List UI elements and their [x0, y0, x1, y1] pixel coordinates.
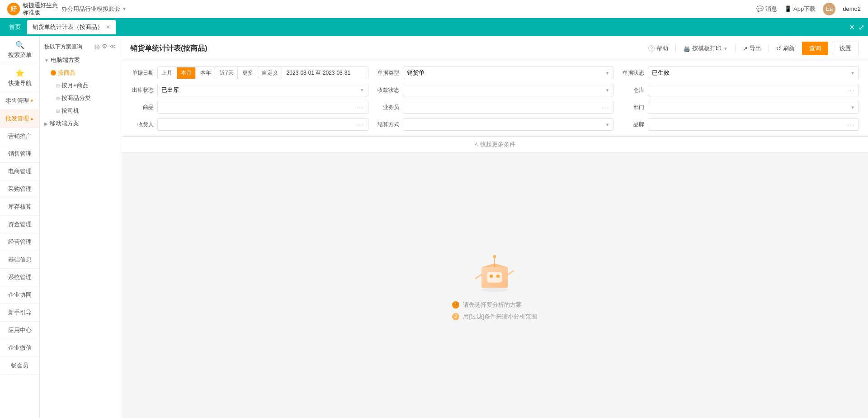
app-download-button[interactable]: 📱 App下载 [784, 5, 816, 13]
main-layout: 🔍 搜索菜单 ⭐ 快捷导航 零售管理 ▼ 批发管理 ▲ 营销推广 销售管理 电商… [0, 36, 868, 418]
sidebar-item-enterprise[interactable]: 企业协同 [0, 286, 39, 304]
close-tab-icon[interactable]: ✕ [106, 24, 110, 30]
filter-row-2: 出库状态 已出库 ▼ 收款状态 ▼ 仓库 [130, 84, 859, 96]
filter-paymentmethod-select[interactable]: ▼ [403, 118, 614, 131]
grid-icon2: ⊞ [56, 96, 60, 101]
chevron-icon: ▲ [30, 116, 34, 121]
avatar[interactable]: Ea [823, 3, 835, 15]
filter-doctype-select[interactable]: 销货单 ▼ [403, 66, 614, 79]
sidebar-item-search[interactable]: 🔍 搜索菜单 [0, 36, 39, 64]
grid-icon3: ⊞ [56, 109, 60, 114]
empty-tip-2: 2 用[过滤]条件来缩小分析范围 [452, 313, 537, 321]
settings-icon[interactable]: ⚙ [102, 43, 108, 51]
add-scheme-icon[interactable]: ⊕ [94, 43, 100, 51]
filter-outstatus-select[interactable]: 已出库 ▼ [157, 84, 368, 96]
orange-dot-icon [51, 70, 56, 76]
filter-department-select[interactable]: ▼ [648, 101, 859, 114]
print-dropdown-icon: ▼ [723, 46, 728, 51]
salesperson-more-icon[interactable]: ··· [602, 104, 610, 111]
receiver-more-icon[interactable]: ··· [357, 121, 364, 128]
filter-paymentstatus-select[interactable]: ▼ [403, 84, 614, 96]
sidebar-item-basic-info[interactable]: 基础信息 [0, 251, 39, 269]
filter-brand-select[interactable]: ··· [648, 118, 859, 131]
sidebar-item-purchase[interactable]: 采购管理 [0, 180, 39, 198]
sidebar-item-inventory[interactable]: 库存核算 [0, 198, 39, 216]
filter-warehouse-select[interactable]: ··· [648, 84, 859, 96]
filter-goods-select[interactable]: ··· [157, 101, 368, 114]
message-button[interactable]: 💬 消息 [756, 5, 777, 13]
collapse-bar[interactable]: ∧ 收起更多条件 [121, 137, 868, 152]
sidebar-item-member[interactable]: 畅会员 [0, 357, 39, 375]
svg-rect-4 [496, 275, 500, 278]
collapse-panel-icon[interactable]: ≪ [109, 43, 116, 51]
filter-docstatus-field: 单据状态 已生效 ▼ [621, 66, 859, 79]
help-button[interactable]: ? 帮助 [645, 43, 672, 54]
date-btn-7days[interactable]: 近7天 [216, 67, 238, 79]
divider2 [735, 45, 736, 52]
tree-node-by-goods[interactable]: 按商品 [40, 66, 121, 79]
tip-num-2: 2 [452, 313, 459, 320]
sidebar-item-quick-nav[interactable]: ⭐ 快捷导航 [0, 64, 39, 92]
message-icon: 💬 [756, 5, 764, 12]
page-header-top: 销货单统计计表(按商品) ? 帮助 🖨️ 按模板打印 ▼ [130, 42, 859, 55]
close-window-icon[interactable]: ✕ [849, 23, 855, 32]
svg-point-6 [493, 255, 496, 258]
date-btn-custom[interactable]: 自定义 [258, 67, 282, 79]
sidebar-item-marketing[interactable]: 营销推广 [0, 128, 39, 145]
app-selector[interactable]: 办公用品行业模拟账套 ▼ [61, 5, 127, 13]
sidebar-item-operations[interactable]: 经营管理 [0, 233, 39, 251]
tree-node-desktop[interactable]: ▼ 电脑端方案 [40, 54, 121, 66]
tab-home[interactable]: 首页 [4, 20, 26, 34]
query-button[interactable]: 查询 [802, 42, 828, 55]
logo-area[interactable]: 好 畅捷通好生意 标准版 [7, 2, 58, 16]
sidebar-item-finance[interactable]: 资金管理 [0, 216, 39, 233]
sidebar-item-ecommerce[interactable]: 电商管理 [0, 163, 39, 180]
tab-sales-stat[interactable]: 销货单统计计表（按商品） ✕ [27, 20, 116, 34]
sidebar-item-newbie[interactable]: 新手引导 [0, 304, 39, 322]
brand-more-icon[interactable]: ··· [847, 121, 855, 128]
sidebar: 🔍 搜索菜单 ⭐ 快捷导航 零售管理 ▼ 批发管理 ▲ 营销推广 销售管理 电商… [0, 36, 40, 418]
chevron-icon: ▼ [30, 99, 34, 103]
chevron-down-icon5: ▼ [850, 105, 855, 110]
date-btn-more[interactable]: 更多 [239, 67, 257, 79]
filter-row-1: 单据日期 上月 本月 本年 近7天 更多 自定义 2023-03-01 至 20… [130, 66, 859, 79]
sidebar-item-app-center[interactable]: 应用中心 [0, 322, 39, 339]
date-btn-this-month[interactable]: 本月 [177, 67, 196, 79]
sidebar-item-retail[interactable]: 零售管理 ▼ [0, 92, 39, 110]
maximize-icon[interactable]: ⤢ [859, 23, 864, 32]
filter-paymentmethod-field: 结算方式 ▼ [376, 118, 614, 131]
empty-tip-1: 1 请先选择要分析的方案 [452, 301, 537, 309]
refresh-button[interactable]: ↺ 刷新 [773, 43, 798, 54]
tree-node-driver[interactable]: ⊞ 按司机 [40, 104, 121, 117]
template-print-button[interactable]: 🖨️ 按模板打印 ▼ [679, 43, 731, 54]
sidebar-item-wechat[interactable]: 企业微信 [0, 339, 39, 357]
settings-button[interactable]: 设置 [832, 42, 859, 55]
date-btn-this-year[interactable]: 本年 [197, 67, 215, 79]
expand-right-icon: ▶ [44, 121, 48, 126]
filter-paymentstatus-label: 收款状态 [376, 86, 399, 94]
filter-row-4: 收货人 ··· 结算方式 ▼ 品牌 [130, 118, 859, 131]
filter-docstatus-select[interactable]: 已生效 ▼ [648, 66, 859, 79]
export-button[interactable]: ↗ 导出 [739, 43, 765, 54]
empty-illustration [472, 250, 517, 295]
tree-node-month-goods[interactable]: ⊞ 按月+商品 [40, 79, 121, 92]
date-btn-last-month[interactable]: 上月 [158, 67, 176, 79]
logo-text: 畅捷通好生意 标准版 [23, 2, 58, 16]
svg-point-7 [481, 287, 508, 292]
filter-warehouse-field: 仓库 ··· [621, 84, 859, 96]
filter-goods-field: 商品 ··· [130, 101, 368, 114]
filter-paymentmethod-label: 结算方式 [376, 121, 399, 128]
filter-receiver-select[interactable]: ··· [157, 118, 368, 131]
empty-tips: 1 请先选择要分析的方案 2 用[过滤]条件来缩小分析范围 [452, 301, 537, 321]
filter-salesperson-select[interactable]: ··· [403, 101, 614, 114]
goods-more-icon[interactable]: ··· [357, 104, 364, 111]
top-bar: 好 畅捷通好生意 标准版 办公用品行业模拟账套 ▼ 💬 消息 📱 App下载 E… [0, 0, 868, 18]
sidebar-item-system[interactable]: 系统管理 [0, 269, 39, 286]
filter-docstatus-label: 单据状态 [621, 69, 644, 77]
filter-receiver-label: 收货人 [130, 121, 154, 128]
tree-node-mobile[interactable]: ▶ 移动端方案 [40, 117, 121, 130]
sidebar-item-wholesale[interactable]: 批发管理 ▲ [0, 110, 39, 128]
tree-node-goods-category[interactable]: ⊞ 按商品分类 [40, 92, 121, 104]
more-options-icon[interactable]: ··· [847, 87, 855, 94]
sidebar-item-sales-mgmt[interactable]: 销售管理 [0, 145, 39, 163]
